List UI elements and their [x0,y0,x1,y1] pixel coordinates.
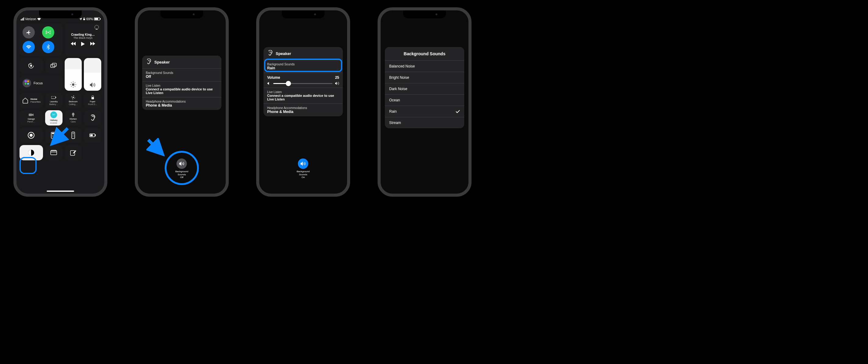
status-right: 69% [79,17,100,21]
record-icon [27,132,35,139]
bluetooth-toggle[interactable] [42,41,54,53]
airplane-mode-toggle[interactable] [23,26,35,38]
svg-point-37 [73,136,74,137]
option-label: Ocean [389,98,400,102]
headphone-accommodations-row[interactable]: Headphone Accommodations Phone & Media [264,104,343,116]
focus-button[interactable]: Focus [20,76,63,91]
orientation-lock-toggle[interactable] [20,58,43,73]
wifi-icon [26,45,31,49]
svg-rect-39 [95,134,96,136]
home-tile-bedroom[interactable]: BedroomCeiling… [65,93,82,108]
battery-icon [51,95,57,100]
cellular-data-toggle[interactable] [42,26,54,38]
location-icon [79,18,82,21]
home-tile-hallway[interactable]: 74°Hallwayecobee [45,110,63,125]
cellular-signal-icon [21,18,24,21]
low-power-button[interactable] [84,128,101,143]
track-title: Crawling King… [71,33,95,36]
fan-icon [70,95,76,100]
sound-option-balanced-noise[interactable]: Balanced Noise [385,60,464,72]
volume-value: 25 [335,76,339,80]
panel-header: Speaker [142,56,221,68]
focus-label: Focus [34,81,43,85]
airplay-icon[interactable] [95,25,99,29]
svg-rect-0 [83,19,85,20]
sound-option-rain[interactable]: Rain [385,106,464,117]
svg-point-20 [72,113,74,116]
sound-option-dark-noise[interactable]: Dark Noise [385,83,464,94]
connectivity-tile[interactable] [20,23,63,56]
svg-line-12 [75,86,75,87]
calculator-button[interactable] [45,128,63,143]
background-sounds-toggle[interactable]: BackgroundSoundsOff [175,159,188,179]
svg-point-34 [72,135,73,136]
svg-line-13 [75,82,75,83]
svg-rect-19 [29,114,32,116]
sound-option-ocean[interactable]: Ocean [385,94,464,106]
remote-icon [71,132,75,139]
live-listen-row: Live Listen Connect a compatible audio d… [264,88,343,104]
wifi-toggle[interactable] [23,41,35,53]
home-tile-laundry[interactable]: LaundryBattery… [45,93,63,108]
svg-line-14 [71,86,72,87]
focus-icon [23,79,31,87]
svg-point-28 [55,135,55,136]
sound-option-bright-noise[interactable]: Bright Noise [385,72,464,83]
ear-icon [146,59,152,65]
home-tile-kitchen[interactable]: KitchenCans [65,110,82,125]
svg-point-31 [55,136,55,137]
home-tile-garage[interactable]: GaragePerch… [20,110,43,125]
volume-label: Volume [267,76,280,80]
play-button[interactable] [81,42,85,46]
previous-button[interactable] [71,42,75,46]
svg-rect-3 [30,65,32,66]
option-label: Rain [389,109,397,114]
next-button[interactable] [90,42,95,46]
light-icon [70,113,76,117]
remote-button[interactable] [65,128,82,143]
headphone-accommodations-row[interactable]: Headphone Accommodations Phone & Media [142,97,221,110]
option-label: Dark Noise [389,87,407,91]
home-favorites-button[interactable]: HomeFavorites [20,93,43,108]
check-icon [456,110,460,113]
brightness-slider[interactable] [65,58,82,91]
media-tile[interactable]: Crawling King… The Black Keys [65,23,101,56]
sound-option-stream[interactable]: Stream [385,117,464,128]
list-title: Background Sounds [385,47,464,60]
background-sounds-row[interactable]: Background Sounds Off [142,68,221,81]
speaker-label: Speaker [276,51,291,56]
svg-rect-15 [51,96,56,99]
hearing-button[interactable] [84,110,101,125]
svg-rect-5 [52,63,56,66]
thermostat-icon: 74° [50,111,57,118]
panel-header: Speaker [264,47,343,60]
wallet-button[interactable] [45,145,63,160]
notes-button[interactable] [65,145,82,160]
volume-slider-track[interactable] [273,83,333,84]
volume-low-icon [267,82,271,85]
battery-percent: 69% [86,17,93,21]
media-controls [71,42,95,46]
background-sounds-row[interactable]: Background Sounds Rain [264,60,343,73]
notch [282,10,324,18]
svg-point-1 [48,32,49,33]
volume-slider[interactable] [84,58,101,91]
antenna-icon [46,30,51,35]
screen-mirroring-button[interactable] [45,58,63,73]
svg-rect-21 [72,116,74,117]
rotation-lock-icon [28,62,34,69]
dark-mode-button[interactable] [20,145,43,160]
notch [160,10,203,18]
status-left: Verizon [21,17,41,21]
dark-mode-icon [27,149,35,156]
svg-line-11 [71,82,72,83]
notch [39,10,82,18]
home-tile-foyer[interactable]: FoyerFront D… [84,93,101,108]
home-indicator[interactable] [46,191,74,192]
background-sounds-toggle[interactable]: BackgroundSoundsOn [297,159,310,179]
svg-point-36 [72,136,73,137]
screen-record-button[interactable] [20,128,43,143]
media-info: Crawling King… The Black Keys [71,33,95,39]
lock-icon [90,95,96,100]
volume-row[interactable]: Volume 25 [264,73,343,88]
